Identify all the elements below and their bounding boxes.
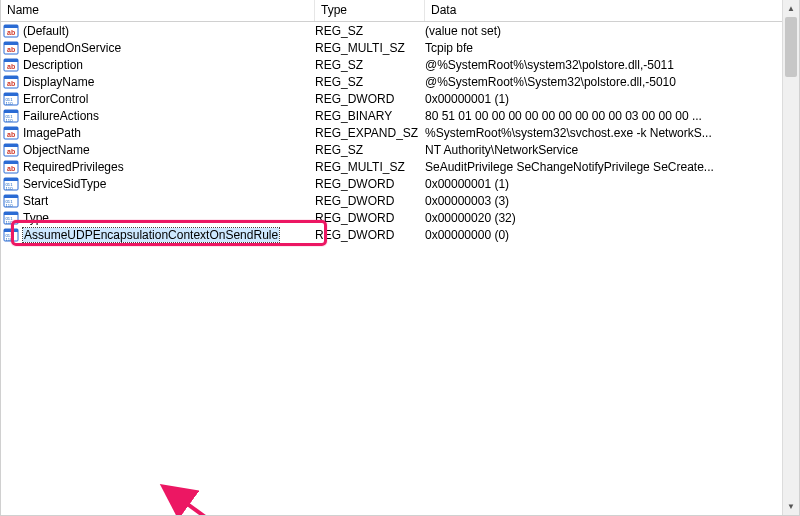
svg-rect-7 [4,59,18,62]
svg-text:110: 110 [6,185,14,190]
scroll-thumb[interactable] [785,17,797,77]
svg-text:ab: ab [7,29,15,36]
value-name-cell: ab DependOnService [1,40,315,56]
svg-rect-27 [4,161,18,164]
registry-value-row[interactable]: 011 110 ServiceSidTypeREG_DWORD0x0000000… [1,175,799,192]
annotation-arrow [1,243,800,516]
reg-string-icon: ab [3,142,19,158]
registry-value-row[interactable]: ab ObjectNameREG_SZNT Authority\NetworkS… [1,141,799,158]
reg-string-icon: ab [3,57,19,73]
value-name-cell: ab ImagePath [1,125,315,141]
value-name-cell: ab ObjectName [1,142,315,158]
svg-rect-1 [4,25,18,28]
value-name-cell: 011 110 Start [1,193,315,209]
reg-string-icon: ab [3,74,19,90]
reg-binary-icon: 011 110 [3,193,19,209]
reg-binary-icon: 011 110 [3,227,19,243]
value-data-cell: 0x00000001 (1) [425,92,799,106]
value-type-cell: REG_MULTI_SZ [315,41,425,55]
value-data-cell: @%SystemRoot%\system32\polstore.dll,-501… [425,58,799,72]
value-name-text: DependOnService [23,41,121,55]
svg-text:110: 110 [6,100,14,105]
reg-string-icon: ab [3,40,19,56]
value-name-text: DisplayName [23,75,94,89]
registry-value-row[interactable]: ab RequiredPrivilegesREG_MULTI_SZSeAudit… [1,158,799,175]
registry-value-row[interactable]: 011 110 TypeREG_DWORD0x00000020 (32) [1,209,799,226]
registry-value-row[interactable]: ab ImagePathREG_EXPAND_SZ%SystemRoot%\sy… [1,124,799,141]
svg-rect-21 [4,127,18,130]
value-type-cell: REG_BINARY [315,109,425,123]
value-name-cell: 011 110 FailureActions [1,108,315,124]
vertical-scrollbar[interactable]: ▲ ▼ [782,0,799,515]
column-header-data[interactable]: Data [425,0,799,21]
registry-value-row[interactable]: ab DependOnServiceREG_MULTI_SZTcpip bfe [1,39,799,56]
registry-value-row[interactable]: ab DescriptionREG_SZ@%SystemRoot%\system… [1,56,799,73]
column-header-name[interactable]: Name [1,0,315,21]
value-type-cell: REG_SZ [315,143,425,157]
reg-string-icon: ab [3,125,19,141]
value-data-cell: Tcpip bfe [425,41,799,55]
svg-text:ab: ab [7,80,15,87]
scroll-up-button[interactable]: ▲ [783,0,799,17]
reg-binary-icon: 011 110 [3,210,19,226]
registry-value-row[interactable]: 011 110 AssumeUDPEncapsulationContextOnS… [1,226,799,243]
value-data-cell: 0x00000003 (3) [425,194,799,208]
svg-text:ab: ab [7,165,15,172]
value-name-text: ServiceSidType [23,177,106,191]
list-header: Name Type Data [1,0,799,22]
reg-string-icon: ab [3,159,19,175]
svg-text:ab: ab [7,148,15,155]
value-data-cell: 80 51 01 00 00 00 00 00 00 00 00 00 03 0… [425,109,799,123]
value-data-cell: SeAuditPrivilege SeChangeNotifyPrivilege… [425,160,799,174]
svg-rect-24 [4,144,18,147]
reg-binary-icon: 011 110 [3,108,19,124]
value-type-cell: REG_DWORD [315,177,425,191]
value-name-cell: ab (Default) [1,23,315,39]
value-type-cell: REG_DWORD [315,194,425,208]
value-data-cell: NT Authority\NetworkService [425,143,799,157]
column-header-type[interactable]: Type [315,0,425,21]
registry-value-row[interactable]: 011 110 ErrorControlREG_DWORD0x00000001 … [1,90,799,107]
value-name-text: Start [23,194,48,208]
registry-value-row[interactable]: ab (Default)REG_SZ(value not set) [1,22,799,39]
reg-binary-icon: 011 110 [3,91,19,107]
value-name-text: Type [23,211,49,225]
svg-rect-10 [4,76,18,79]
value-type-cell: REG_SZ [315,75,425,89]
svg-text:110: 110 [6,236,14,241]
value-name-text: ErrorControl [23,92,88,106]
value-name-text: ImagePath [23,126,81,140]
value-name-cell: 011 110 ServiceSidType [1,176,315,192]
value-data-cell: @%SystemRoot%\System32\polstore.dll,-501… [425,75,799,89]
registry-value-row[interactable]: 011 110 FailureActionsREG_BINARY80 51 01… [1,107,799,124]
value-type-cell: REG_DWORD [315,228,425,242]
value-name-cell: 011 110 AssumeUDPEncapsulationContextOnS… [1,227,315,243]
svg-text:110: 110 [6,202,14,207]
value-name-cell: ab DisplayName [1,74,315,90]
value-data-cell: %SystemRoot%\system32\svchost.exe -k Net… [425,126,799,140]
svg-line-45 [186,503,461,516]
svg-text:110: 110 [6,117,14,122]
value-name-cell: 011 110 Type [1,210,315,226]
registry-value-row[interactable]: 011 110 StartREG_DWORD0x00000003 (3) [1,192,799,209]
value-name-text: FailureActions [23,109,99,123]
reg-binary-icon: 011 110 [3,176,19,192]
svg-text:ab: ab [7,131,15,138]
value-type-cell: REG_DWORD [315,92,425,106]
value-type-cell: REG_SZ [315,58,425,72]
value-type-cell: REG_MULTI_SZ [315,160,425,174]
scroll-down-button[interactable]: ▼ [783,498,799,515]
value-name-text: Description [23,58,83,72]
value-type-cell: REG_SZ [315,24,425,38]
scroll-track[interactable] [783,17,799,498]
value-name-cell: 011 110 ErrorControl [1,91,315,107]
svg-rect-4 [4,42,18,45]
value-name-text: AssumeUDPEncapsulationContextOnSendRule [23,228,279,242]
value-data-cell: (value not set) [425,24,799,38]
value-name-text: RequiredPrivileges [23,160,124,174]
value-data-cell: 0x00000000 (0) [425,228,799,242]
registry-value-row[interactable]: ab DisplayNameREG_SZ@%SystemRoot%\System… [1,73,799,90]
svg-text:ab: ab [7,63,15,70]
value-data-cell: 0x00000020 (32) [425,211,799,225]
svg-text:110: 110 [6,219,14,224]
